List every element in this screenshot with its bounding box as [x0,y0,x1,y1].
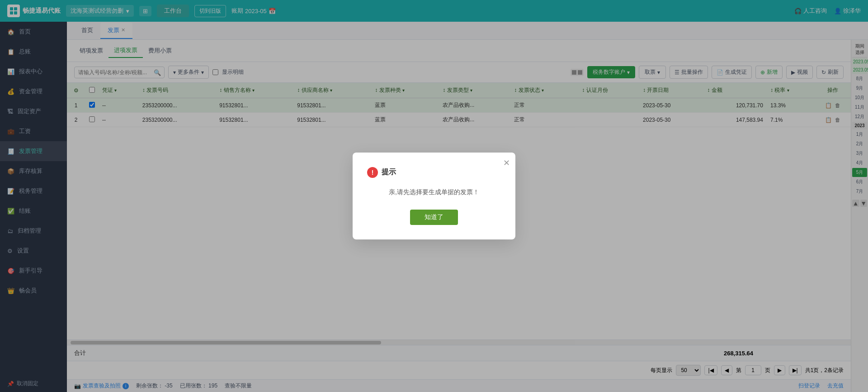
modal-dialog: ✕ ! 提示 亲,请先选择要生成单据的发票！ 知道了 [353,153,515,239]
modal-warning-icon: ! [367,167,378,178]
modal-title: 提示 [382,167,396,177]
modal-footer: 知道了 [367,210,501,225]
modal-message: 亲,请先选择要生成单据的发票！ [367,187,501,197]
modal-title-area: ! 提示 [367,167,501,178]
modal-overlay[interactable]: ✕ ! 提示 亲,请先选择要生成单据的发票！ 知道了 [0,0,868,392]
modal-ok-button[interactable]: 知道了 [410,210,458,225]
modal-close-button[interactable]: ✕ [503,158,510,168]
